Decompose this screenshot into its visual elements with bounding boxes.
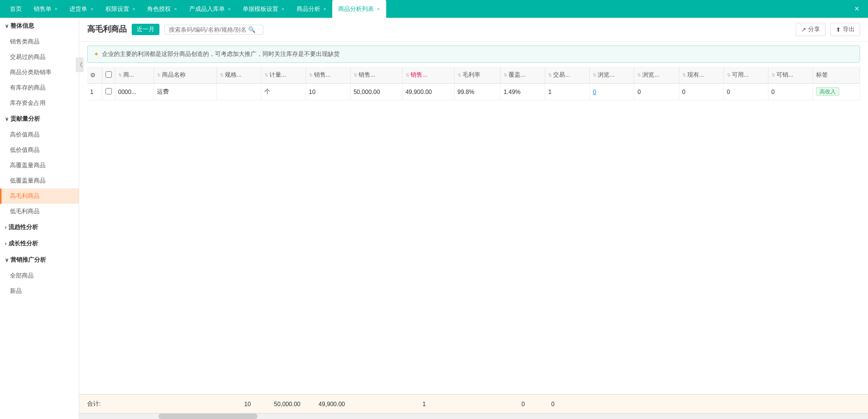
footer-sales-cost: 49,900.00 [318, 401, 363, 408]
sidebar-item-in-stock-goods[interactable]: 有库存的商品 [0, 80, 79, 95]
sidebar-section-overall[interactable]: ∨ 整体信息 [0, 18, 79, 34]
cell-coverage: 1.49% [501, 84, 545, 100]
table-row: 1 0000... 运费 个 10 50,000.00 49,900.00 99… [87, 84, 860, 100]
nav-template-settings[interactable]: 单据模板设置 × [237, 0, 290, 18]
close-icon[interactable]: × [228, 6, 231, 12]
sidebar-item-category-rate[interactable]: 商品分类助销率 [0, 65, 79, 80]
cell-trade: 1 [545, 84, 590, 100]
cell-sellable: 0 [768, 84, 813, 100]
share-icon: ↗ [801, 26, 806, 33]
col-code[interactable]: ⇅商... [115, 67, 154, 84]
col-coverage[interactable]: ⇅覆盖... [501, 67, 545, 84]
footer-label: 合计: [87, 400, 105, 408]
sidebar: ∨ 整体信息 销售类商品 交易过的商品 商品分类助销率 有库存的商品 库存资金占… [0, 18, 79, 419]
cell-checkbox[interactable] [102, 84, 115, 100]
sidebar-section-marketing[interactable]: ∨ 营销推广分析 [0, 252, 79, 268]
table-header-row: ⚙ ⇅商... ⇅商品名称 ⇅规格... [87, 67, 860, 84]
expand-arrow-icon: › [5, 241, 6, 246]
sidebar-collapse-button[interactable]: 《 [76, 57, 84, 72]
info-icon: ✦ [94, 50, 99, 58]
cell-browse1[interactable]: 0 [590, 84, 634, 100]
close-icon[interactable]: × [174, 6, 177, 12]
col-sales-amount[interactable]: ⇅销售... [350, 67, 402, 84]
col-tag[interactable]: 标签 [813, 67, 860, 84]
col-trade[interactable]: ⇅交易... [545, 67, 590, 84]
cell-sales-qty: 10 [306, 84, 350, 100]
col-sales-qty[interactable]: ⇅销售... [306, 67, 350, 84]
info-banner: ✦ 企业的主要的利润都是这部分商品创造的，可考虑加大推广，同时关注库存是不要出现… [87, 46, 860, 63]
nav-product-analysis-list[interactable]: 商品分析列表 × [332, 0, 386, 18]
close-window-button[interactable]: × [850, 4, 864, 13]
scrollbar-thumb[interactable] [158, 414, 257, 419]
col-sellable[interactable]: ⇅可销... [768, 67, 813, 84]
col-spec[interactable]: ⇅规格... [216, 67, 261, 84]
sidebar-item-high-coverage[interactable]: 高覆盖量商品 [0, 158, 79, 173]
expand-arrow-icon: ∨ [5, 23, 8, 29]
close-icon[interactable]: × [132, 6, 135, 12]
search-box: 🔍 [164, 25, 263, 35]
col-browse2[interactable]: ⇅浏览... [634, 67, 679, 84]
search-icon[interactable]: 🔍 [248, 26, 255, 33]
cell-browse2: 0 [634, 84, 679, 100]
nav-permission-settings[interactable]: 权限设置 × [100, 0, 141, 18]
export-button[interactable]: ⬆ 导出 [830, 23, 860, 36]
col-checkbox[interactable] [102, 67, 115, 84]
tag-badge: 高收入 [816, 87, 839, 96]
sidebar-item-traded-goods[interactable]: 交易过的商品 [0, 49, 79, 65]
cell-index: 1 [87, 84, 102, 100]
content-header: 高毛利商品 近一月 🔍 ↗ 分享 ⬆ 导出 [79, 18, 868, 42]
col-name[interactable]: ⇅商品名称 [154, 67, 216, 84]
nav-purchase-order[interactable]: 进货单 × [63, 0, 99, 18]
sidebar-section-trend[interactable]: › 流趋性分析 [0, 219, 79, 235]
footer-sales-amount: 50,000.00 [274, 401, 318, 408]
cell-gross-margin: 99.8% [454, 84, 500, 100]
col-gross-margin[interactable]: ⇅毛利率 [454, 67, 500, 84]
close-icon[interactable]: × [90, 6, 93, 12]
row-checkbox[interactable] [105, 88, 112, 94]
sidebar-item-low-margin[interactable]: 低毛利商品 [0, 204, 79, 219]
sidebar-item-low-value[interactable]: 低价值商品 [0, 142, 79, 158]
nav-sales-order[interactable]: 销售单 × [28, 0, 63, 18]
sidebar-section-contribution[interactable]: ∨ 贡献量分析 [0, 111, 79, 127]
sidebar-section-growth[interactable]: › 成长性分析 [0, 235, 79, 252]
footer-available: 0 [551, 401, 581, 408]
col-available[interactable]: ⇅可用... [723, 67, 768, 84]
search-input[interactable] [169, 26, 248, 33]
sidebar-item-high-value[interactable]: 高价值商品 [0, 127, 79, 142]
sidebar-item-sales-goods[interactable]: 销售类商品 [0, 34, 79, 49]
col-sales-cost[interactable]: ⇅销售... [402, 67, 454, 84]
col-unit[interactable]: ⇅计量... [261, 67, 306, 84]
export-icon: ⬆ [836, 26, 841, 33]
cell-name: 运费 [154, 84, 216, 100]
col-browse1[interactable]: ⇅浏览... [590, 67, 634, 84]
footer-trade: 1 [422, 401, 462, 408]
data-table-wrapper: ⚙ ⇅商... ⇅商品名称 ⇅规格... [79, 67, 868, 394]
footer-sales-qty: 10 [244, 401, 274, 408]
expand-arrow-icon: ∨ [5, 116, 8, 122]
sidebar-item-new-goods[interactable]: 新品 [0, 283, 79, 299]
col-current-stock[interactable]: ⇅现有... [679, 67, 723, 84]
table-footer: 合计: 10 50,000.00 49,900.00 1 0 0 [79, 394, 868, 413]
sidebar-item-high-margin[interactable]: 高毛利商品 [0, 188, 79, 204]
sidebar-item-all-goods[interactable]: 全部商品 [0, 268, 79, 283]
share-button[interactable]: ↗ 分享 [796, 23, 825, 36]
sidebar-item-low-coverage[interactable]: 低覆盖量商品 [0, 173, 79, 188]
page-title: 高毛利商品 [87, 24, 127, 35]
nav-home[interactable]: 首页 [4, 0, 28, 18]
date-filter-button[interactable]: 近一月 [132, 24, 159, 35]
close-icon[interactable]: × [323, 6, 326, 12]
browse1-link[interactable]: 0 [593, 89, 596, 95]
close-icon[interactable]: × [377, 6, 380, 12]
cell-unit: 个 [261, 84, 306, 100]
nav-product-analysis[interactable]: 商品分析 × [291, 0, 332, 18]
content-area: 高毛利商品 近一月 🔍 ↗ 分享 ⬆ 导出 ✦ 企业的主要的利润都是这部分商品创… [79, 18, 868, 419]
close-icon[interactable]: × [54, 6, 57, 12]
select-all-checkbox[interactable] [105, 71, 112, 78]
sidebar-item-stock-capital[interactable]: 库存资金占用 [0, 95, 79, 111]
horizontal-scrollbar[interactable] [79, 413, 868, 419]
nav-role-auth[interactable]: 角色授权 × [141, 0, 183, 18]
col-settings[interactable]: ⚙ [87, 67, 102, 84]
nav-finished-goods[interactable]: 产成品入库单 × [183, 0, 237, 18]
close-icon[interactable]: × [281, 6, 284, 12]
footer-current-stock: 0 [521, 401, 551, 408]
